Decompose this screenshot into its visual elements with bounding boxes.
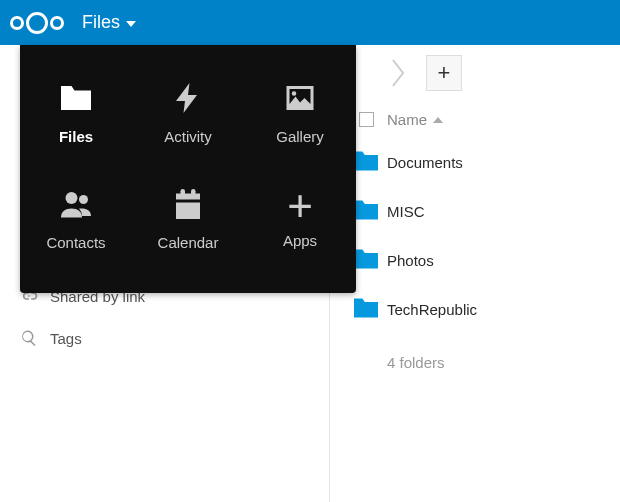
file-row[interactable]: Documents [330,138,620,187]
search-icon [20,329,38,347]
sidebar-item-label: Tags [50,330,82,347]
plus-icon: + [287,188,313,224]
image-icon [282,80,318,120]
file-name: MISC [387,203,425,220]
file-row[interactable]: MISC [330,187,620,236]
logo [10,12,64,34]
app-menu-item-gallery[interactable]: Gallery [244,59,356,165]
app-menu-label: Apps [283,232,317,249]
column-label: Name [387,111,427,128]
users-icon [58,186,94,226]
file-icon-col [345,296,387,323]
app-menu: FilesActivityGalleryContactsCalendar+App… [20,45,356,293]
app-menu-label: Files [59,128,93,145]
app-menu-item-contacts[interactable]: Contacts [20,165,132,271]
svg-rect-4 [191,189,196,197]
app-menu-item-files[interactable]: Files [20,59,132,165]
bolt-icon [170,80,206,120]
top-header: Files [0,0,620,45]
app-selector-dropdown[interactable]: Files [82,12,136,33]
file-row[interactable]: Photos [330,236,620,285]
file-name: Photos [387,252,434,269]
app-menu-label: Gallery [276,128,324,145]
svg-point-1 [66,192,78,204]
svg-rect-5 [176,199,200,202]
calendar-icon [170,186,206,226]
file-row[interactable]: TechRepublic [330,285,620,334]
select-all-checkbox[interactable] [359,112,374,127]
svg-point-0 [292,91,297,96]
folder-icon [351,296,381,323]
caret-down-icon [126,21,136,27]
app-menu-item-apps[interactable]: +Apps [244,165,356,271]
folder-icon [58,80,94,120]
logo-circle-icon [26,12,48,34]
app-menu-label: Activity [164,128,212,145]
svg-point-2 [79,195,88,204]
new-button[interactable]: + [426,55,462,91]
app-menu-label: Contacts [46,234,105,251]
file-name: TechRepublic [387,301,477,318]
column-name[interactable]: Name [387,111,443,128]
toolbar: + [330,45,620,101]
main: + Name DocumentsMISCPhotosTechRepublic 4… [330,45,620,502]
chevron-right-icon [390,58,408,88]
file-name: Documents [387,154,463,171]
plus-icon: + [438,62,451,84]
app-selector-label: Files [82,12,120,33]
svg-rect-3 [181,189,186,197]
logo-circle-icon [10,16,24,30]
file-list-header: Name [330,101,620,138]
summary: 4 folders [330,334,620,391]
file-list: DocumentsMISCPhotosTechRepublic [330,138,620,334]
app-menu-item-activity[interactable]: Activity [132,59,244,165]
app-menu-label: Calendar [158,234,219,251]
logo-circle-icon [50,16,64,30]
app-menu-item-calendar[interactable]: Calendar [132,165,244,271]
sort-asc-icon [433,117,443,123]
sidebar-item-tags[interactable]: Tags [0,317,329,359]
